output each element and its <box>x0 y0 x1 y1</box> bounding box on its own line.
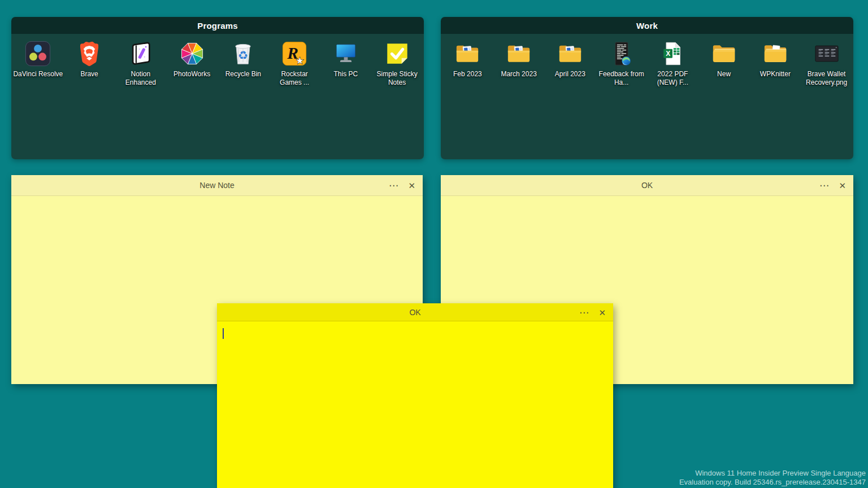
note-close-button[interactable]: ✕ <box>598 308 606 316</box>
note-titlebar[interactable]: OK ⋯ ✕ <box>441 175 853 196</box>
note-titlebar[interactable]: New Note ⋯ ✕ <box>11 175 423 196</box>
image-thumbnail-icon <box>814 41 840 67</box>
svg-text:★: ★ <box>296 55 304 66</box>
icon-label: Rockstar Games ... <box>270 70 319 87</box>
icon-label: DaVinci Resolve <box>13 70 63 79</box>
sticky-note-ok-2[interactable]: OK ⋯ ✕ <box>217 303 613 488</box>
text-cursor <box>223 328 224 339</box>
desktop-icon-notion-enhanced[interactable]: Notion Enhanced <box>115 41 167 87</box>
icon-label: Feedback from Ha... <box>597 70 646 87</box>
photoworks-color-wheel-icon <box>179 41 205 67</box>
watermark-line-1: Windows 11 Home Insider Preview Single L… <box>679 469 866 478</box>
desktop-icon-wpknitter[interactable]: WPKnitter <box>750 41 801 87</box>
note-menu-button[interactable]: ⋯ <box>579 307 589 317</box>
svg-text:X: X <box>666 50 671 58</box>
icon-label: 2022 PDF (NEW) F... <box>648 70 697 87</box>
desktop: ProgramsDaVinci ResolveBraveNotion Enhan… <box>0 0 868 488</box>
fence-items: DaVinci ResolveBraveNotion EnhancedPhoto… <box>11 34 424 159</box>
desktop-icon-simple-sticky-notes[interactable]: Simple Sticky Notes <box>371 41 423 87</box>
folder-with-doc-icon <box>506 41 532 67</box>
desktop-icon-davinci-resolve[interactable]: DaVinci Resolve <box>12 41 64 87</box>
icon-label: April 2023 <box>555 70 585 79</box>
desktop-icon-photoworks[interactable]: PhotoWorks <box>166 41 218 87</box>
folder-with-paper-icon <box>762 41 788 67</box>
desktop-icon-2022-pdf-new-f[interactable]: X2022 PDF (NEW) F... <box>647 41 698 87</box>
rockstar-games-icon: R★ <box>281 41 307 67</box>
svg-text:♻: ♻ <box>238 49 248 62</box>
icon-label: New <box>717 70 731 79</box>
sticky-note-check-icon <box>384 41 410 67</box>
folder-open-icon <box>711 41 737 67</box>
icon-label: PhotoWorks <box>173 70 210 79</box>
desktop-icon-new[interactable]: New <box>698 41 750 87</box>
davinci-resolve-icon <box>25 41 51 67</box>
icon-label: Simple Sticky Notes <box>372 70 422 87</box>
fence-programs: ProgramsDaVinci ResolveBraveNotion Enhan… <box>11 17 424 159</box>
desktop-icon-brave-wallet-recovery-png[interactable]: Brave Wallet Recovery.png <box>801 41 852 87</box>
desktop-icon-this-pc[interactable]: This PC <box>320 41 372 87</box>
icon-label: WPKnitter <box>760 70 791 79</box>
desktop-icon-feedback-from-ha[interactable]: Feedback from Ha... <box>596 41 647 87</box>
icon-label: Recycle Bin <box>225 70 261 79</box>
desktop-icon-feb-2023[interactable]: Feb 2023 <box>442 41 493 87</box>
brave-lion-icon <box>76 41 102 67</box>
fence-title: Work <box>636 21 658 30</box>
fence-work: WorkFeb 2023March 2023April 2023Feedback… <box>441 17 853 159</box>
fence-title: Programs <box>197 21 238 30</box>
note-close-button[interactable]: ✕ <box>408 181 415 190</box>
excel-file-icon: X <box>659 41 685 67</box>
fence-titlebar[interactable]: Work <box>441 17 853 34</box>
icon-label: Brave <box>80 70 98 79</box>
folder-with-doc-icon <box>454 41 480 67</box>
icon-label: Notion Enhanced <box>116 70 166 87</box>
folder-with-doc-icon <box>557 41 583 67</box>
note-menu-button[interactable]: ⋯ <box>819 181 830 190</box>
icon-label: This PC <box>334 70 358 79</box>
desktop-icon-recycle-bin[interactable]: ♻Recycle Bin <box>218 41 269 87</box>
note-titlebar[interactable]: OK ⋯ ✕ <box>217 303 613 321</box>
desktop-icon-rockstar-games[interactable]: R★Rockstar Games ... <box>269 41 320 87</box>
fence-items: Feb 2023March 2023April 2023Feedback fro… <box>441 34 853 159</box>
edge-html-document-icon <box>609 41 635 67</box>
notion-book-wand-icon <box>128 41 154 67</box>
desktop-icon-april-2023[interactable]: April 2023 <box>545 41 596 87</box>
note-body[interactable] <box>217 321 613 488</box>
desktop-icon-march-2023[interactable]: March 2023 <box>493 41 545 87</box>
note-title: New Note <box>199 181 234 190</box>
watermark-line-2: Evaluation copy. Build 25346.rs_prerelea… <box>679 478 866 487</box>
note-title: OK <box>409 308 420 317</box>
recycle-bin-icon: ♻ <box>230 41 256 67</box>
this-pc-monitor-icon <box>333 41 359 67</box>
note-title: OK <box>641 181 653 190</box>
note-close-button[interactable]: ✕ <box>839 181 846 190</box>
fence-titlebar[interactable]: Programs <box>11 17 424 34</box>
icon-label: Brave Wallet Recovery.png <box>802 70 852 87</box>
desktop-icon-brave[interactable]: Brave <box>64 41 115 87</box>
windows-watermark: Windows 11 Home Insider Preview Single L… <box>679 469 866 487</box>
icon-label: March 2023 <box>501 70 536 79</box>
note-menu-button[interactable]: ⋯ <box>389 181 399 190</box>
icon-label: Feb 2023 <box>453 70 482 79</box>
